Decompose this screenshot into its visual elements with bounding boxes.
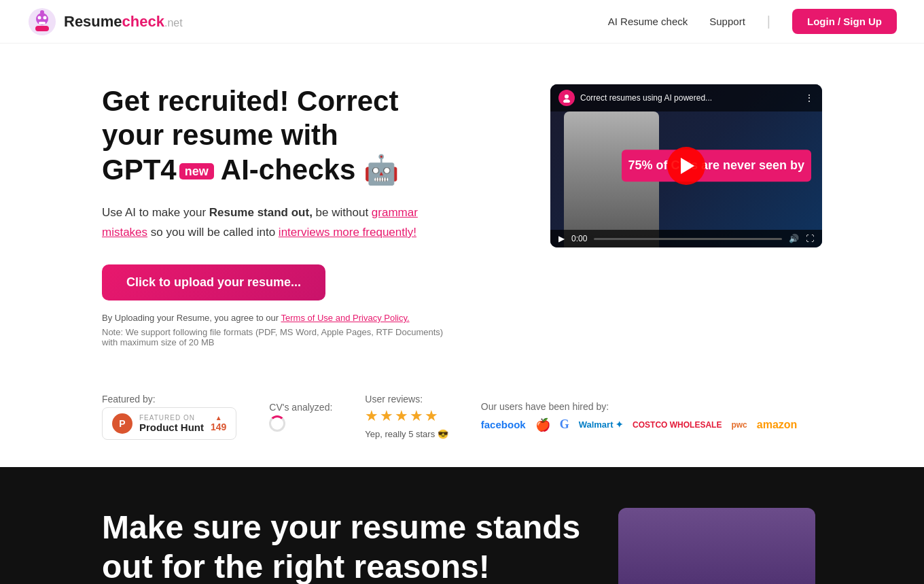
- bottom-image-person: [618, 508, 815, 584]
- video-controls: ▶ 0:00 🔊 ⛶: [550, 230, 822, 247]
- logo-icon: [27, 7, 57, 37]
- hero-section: Get recruited! Correct your resume with …: [0, 44, 924, 375]
- desc-text3: so you will be called into: [147, 226, 279, 239]
- note-text: Note: We support following file formats …: [102, 327, 455, 347]
- cv-analyzed-block: CV's analyzed:: [269, 402, 332, 432]
- apple-logo: 🍎: [535, 417, 550, 432]
- new-badge: new: [179, 163, 214, 179]
- star-5: ★: [425, 407, 438, 425]
- stars-rating: ★ ★ ★ ★ ★: [365, 407, 448, 425]
- progress-bar[interactable]: [594, 238, 782, 240]
- cv-spinner: [269, 415, 285, 432]
- ph-featured-text: FEATURED ON: [139, 414, 204, 422]
- video-title: Correct resumes using AI powered...: [580, 93, 799, 103]
- star-2: ★: [380, 407, 393, 425]
- avatar-icon: [562, 93, 571, 103]
- featured-label: Featured by:: [102, 394, 236, 405]
- ph-logo: P: [112, 413, 132, 434]
- bottom-right: RELLLIAM: [618, 508, 822, 584]
- hero-description: Use AI to make your Resume stand out, be…: [102, 203, 455, 243]
- navbar: Resumecheck.net AI Resume check Support …: [0, 0, 924, 44]
- volume-icon[interactable]: 🔊: [789, 234, 799, 243]
- video-play-button[interactable]: [667, 147, 705, 185]
- play-icon[interactable]: ▶: [558, 234, 565, 243]
- user-reviews-block: User reviews: ★ ★ ★ ★ ★ Yep, really 5 st…: [365, 394, 448, 439]
- video-avatar: [558, 90, 575, 106]
- companies-logos: facebook 🍎 G Walmart ✦ COSTCO WHOLESALE …: [481, 417, 798, 432]
- video-container: Correct resumes using AI powered... ⋮ 75…: [550, 84, 822, 247]
- nav-ai-link[interactable]: AI Resume check: [608, 16, 688, 27]
- hero-left: Get recruited! Correct your resume with …: [102, 84, 455, 347]
- hero-right: Correct resumes using AI powered... ⋮ 75…: [550, 84, 822, 247]
- nav-links: AI Resume check Support | Login / Sign U…: [608, 9, 897, 34]
- desc-text1: Use AI to make your: [102, 206, 209, 219]
- walmart-logo: Walmart ✦: [579, 419, 623, 430]
- reviews-label: User reviews:: [365, 394, 448, 405]
- bottom-section: Make sure your resume stands out for the…: [0, 467, 924, 584]
- companies-block: Our users have been hired by: facebook 🍎…: [481, 401, 798, 432]
- amazon-logo: amazon: [757, 419, 798, 431]
- svg-rect-7: [41, 14, 43, 16]
- terms-pre: By Uploading your Resume, you agree to o…: [102, 313, 281, 323]
- svg-point-3: [43, 16, 47, 19]
- star-1: ★: [365, 407, 378, 425]
- reviews-note: Yep, really 5 stars 😎: [365, 429, 448, 439]
- nav-support-link[interactable]: Support: [709, 16, 745, 27]
- desc-text2: be without: [313, 206, 372, 219]
- svg-point-2: [38, 16, 41, 19]
- ph-name: Product Hunt: [139, 422, 204, 433]
- bottom-title: Make sure your resume stands out for the…: [102, 508, 591, 584]
- video-timestamp: 0:00: [571, 234, 587, 243]
- star-4: ★: [410, 407, 423, 425]
- bottom-title-line2: out for the right reasons!: [102, 549, 490, 584]
- fullscreen-icon[interactable]: ⛶: [806, 234, 814, 243]
- bottom-image: RELLLIAM: [618, 508, 815, 584]
- svg-rect-4: [39, 22, 46, 24]
- upload-resume-button[interactable]: Click to upload your resume...: [102, 264, 325, 300]
- stats-row: Featured by: P FEATURED ON Product Hunt …: [0, 375, 924, 467]
- featured-block: Featured by: P FEATURED ON Product Hunt …: [102, 394, 236, 440]
- video-thumbnail: Correct resumes using AI powered... ⋮ 75…: [550, 84, 822, 247]
- logo-text: Resumecheck.net: [64, 13, 183, 31]
- terms-text: By Uploading your Resume, you agree to o…: [102, 313, 455, 323]
- logo-link[interactable]: Resumecheck.net: [27, 7, 183, 37]
- costco-logo: COSTCO WHOLESALE: [633, 420, 722, 430]
- ph-score: ▲ 149: [211, 414, 226, 432]
- hero-title-text2: AI-checks 🤖: [214, 154, 399, 186]
- terms-link[interactable]: Terms of Use and Privacy Policy.: [281, 313, 410, 323]
- star-3: ★: [395, 407, 408, 425]
- cv-label: CV's analyzed:: [269, 402, 332, 413]
- product-hunt-badge[interactable]: P FEATURED ON Product Hunt ▲ 149: [102, 407, 236, 440]
- svg-rect-5: [35, 26, 49, 31]
- video-more-icon[interactable]: ⋮: [804, 92, 814, 103]
- hired-label: Our users have been hired by:: [481, 401, 798, 412]
- video-overlay-text: 75% of CV's are never seen by: [622, 150, 811, 182]
- ph-arrow-icon: ▲: [215, 414, 222, 422]
- google-logo: G: [560, 417, 569, 432]
- facebook-logo: facebook: [481, 419, 526, 430]
- ph-score-value: 149: [211, 422, 226, 432]
- hero-title: Get recruited! Correct your resume with …: [102, 84, 455, 187]
- interviews-link[interactable]: interviews more frequently!: [279, 226, 416, 239]
- ph-info: FEATURED ON Product Hunt: [139, 414, 204, 433]
- desc-strong: Resume stand out,: [209, 206, 313, 219]
- svg-point-9: [565, 95, 569, 99]
- login-signup-button[interactable]: Login / Sign Up: [792, 9, 897, 34]
- bottom-title-line1: Make sure your resume stands: [102, 509, 580, 545]
- video-title-bar: Correct resumes using AI powered... ⋮: [550, 84, 822, 111]
- nav-divider: |: [767, 14, 770, 29]
- bottom-left: Make sure your resume stands out for the…: [102, 508, 591, 584]
- pwc-logo: pwc: [731, 420, 747, 430]
